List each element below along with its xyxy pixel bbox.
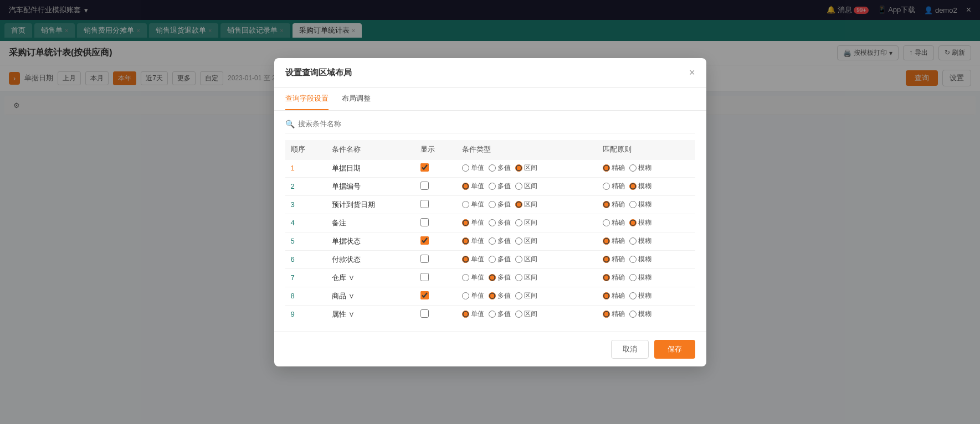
modal-overlay: 设置查询区域布局 × 查询字段设置 布局调整 🔍 bbox=[0, 0, 980, 120]
search-box: 🔍 bbox=[285, 120, 695, 120]
modal-title: 设置查询区域布局 bbox=[285, 68, 352, 78]
modal-header: 设置查询区域布局 × bbox=[274, 58, 706, 88]
modal-close-button[interactable]: × bbox=[689, 67, 695, 79]
modal-body: 🔍 顺序 条件名称 显示 条件类型 匹配原则 bbox=[274, 111, 706, 120]
search-icon: 🔍 bbox=[285, 120, 295, 120]
modal-tab-query-fields[interactable]: 查询字段设置 bbox=[285, 88, 329, 110]
modal-tabs: 查询字段设置 布局调整 bbox=[274, 88, 706, 111]
settings-modal: 设置查询区域布局 × 查询字段设置 布局调整 🔍 bbox=[274, 58, 706, 120]
modal-tab-layout[interactable]: 布局调整 bbox=[342, 88, 371, 110]
